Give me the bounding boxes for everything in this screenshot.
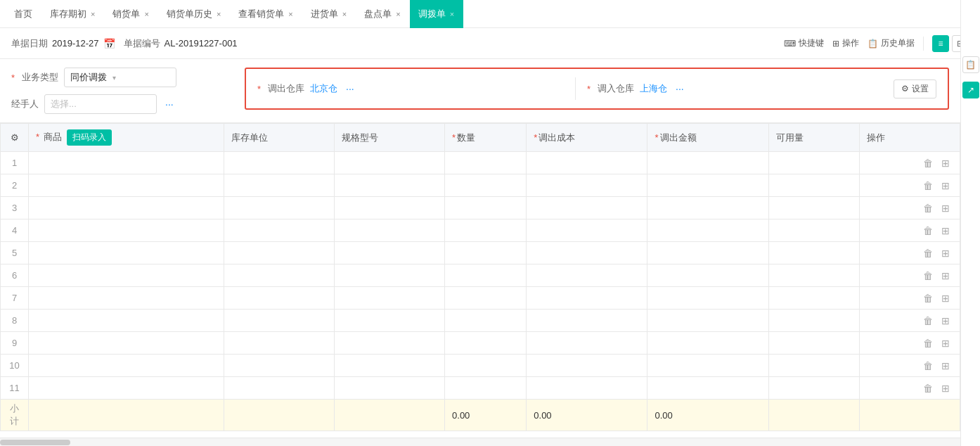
delete-btn-8[interactable]: 🗑 <box>920 314 936 328</box>
delete-btn-2[interactable]: 🗑 <box>920 179 936 193</box>
row-unit-11 <box>224 377 335 400</box>
row-product-1[interactable] <box>29 152 224 174</box>
warehouse-section: * 调出仓库 北京仓 ··· * 调入仓库 上海仓 ··· ⚙ 设置 <box>245 68 949 110</box>
row-product-4[interactable] <box>29 219 224 242</box>
horizontal-scrollbar[interactable] <box>0 438 960 446</box>
tab-close-view-sales[interactable]: × <box>288 10 292 18</box>
delete-btn-1[interactable]: 🗑 <box>920 156 936 170</box>
row-product-9[interactable] <box>29 332 224 355</box>
row-amount-5 <box>647 242 768 265</box>
operator-more-btn[interactable]: ··· <box>162 98 176 110</box>
row-product-2[interactable] <box>29 174 224 197</box>
tab-transfer[interactable]: 调拨单 × <box>410 0 463 28</box>
copy-btn-6[interactable]: ⊞ <box>939 269 953 283</box>
row-cost-7[interactable] <box>527 287 647 310</box>
delete-btn-9[interactable]: 🗑 <box>920 336 936 350</box>
shortcut-action[interactable]: ⌨ 快捷键 <box>784 37 824 49</box>
history-action[interactable]: 📋 历史单据 <box>868 37 915 49</box>
sidebar-export-btn[interactable]: ↗ <box>962 82 979 98</box>
row-qty-4[interactable] <box>445 219 527 242</box>
copy-btn-3[interactable]: ⊞ <box>939 201 953 215</box>
row-product-7[interactable] <box>29 287 224 310</box>
tab-inventory-init[interactable]: 库存期初 × <box>41 0 104 28</box>
row-product-6[interactable] <box>29 265 224 287</box>
tab-close-inventory-check[interactable]: × <box>396 10 400 18</box>
row-action-1: 🗑 ⊞ <box>859 152 960 174</box>
tab-close-sales-history[interactable]: × <box>217 10 221 18</box>
business-type-select[interactable]: 同价调拨 ▾ <box>64 68 176 87</box>
delete-btn-5[interactable]: 🗑 <box>920 246 936 260</box>
in-warehouse-more[interactable]: ··· <box>673 83 687 94</box>
copy-btn-5[interactable]: ⊞ <box>939 246 953 260</box>
operations-action[interactable]: ⊞ 操作 <box>832 37 859 49</box>
tab-sales[interactable]: 销货单 × <box>104 0 157 28</box>
row-qty-5[interactable] <box>445 242 527 265</box>
row-num-4: 4 <box>1 219 29 242</box>
tab-close-transfer[interactable]: × <box>450 10 454 18</box>
row-cost-9[interactable] <box>527 332 647 355</box>
date-field-group: 单据日期 2019-12-27 📅 <box>11 37 115 50</box>
operator-select[interactable]: 选择... <box>44 94 157 114</box>
row-qty-7[interactable] <box>445 287 527 310</box>
row-cost-8[interactable] <box>527 310 647 332</box>
row-qty-1[interactable] <box>445 152 527 174</box>
operator-label: 经手人 <box>11 98 39 110</box>
row-cost-11[interactable] <box>527 377 647 400</box>
copy-btn-9[interactable]: ⊞ <box>939 336 953 350</box>
row-product-5[interactable] <box>29 242 224 265</box>
row-qty-8[interactable] <box>445 310 527 332</box>
copy-btn-10[interactable]: ⊞ <box>939 359 953 373</box>
row-product-10[interactable] <box>29 355 224 377</box>
row-product-8[interactable] <box>29 310 224 332</box>
row-product-11[interactable] <box>29 377 224 400</box>
delete-btn-7[interactable]: 🗑 <box>920 291 936 305</box>
tab-close-inventory-init[interactable]: × <box>91 10 95 18</box>
business-label: 业务类型 <box>22 71 58 84</box>
layout-btn-1[interactable]: ≡ <box>932 35 949 52</box>
copy-btn-1[interactable]: ⊞ <box>939 156 953 170</box>
copy-btn-4[interactable]: ⊞ <box>939 224 953 238</box>
tab-view-sales[interactable]: 查看销货单 × <box>230 0 302 28</box>
row-qty-11[interactable] <box>445 377 527 400</box>
row-cost-10[interactable] <box>527 355 647 377</box>
warehouse-divider <box>575 77 576 100</box>
warehouse-settings-btn[interactable]: ⚙ 设置 <box>894 79 936 98</box>
copy-btn-8[interactable]: ⊞ <box>939 314 953 328</box>
delete-btn-10[interactable]: 🗑 <box>920 359 936 373</box>
tab-sales-history[interactable]: 销货单历史 × <box>158 0 230 28</box>
row-qty-6[interactable] <box>445 265 527 287</box>
row-amount-11 <box>647 377 768 400</box>
delete-btn-11[interactable]: 🗑 <box>920 381 936 395</box>
th-gear[interactable]: ⚙ <box>1 124 29 152</box>
row-amount-9 <box>647 332 768 355</box>
tab-inventory-check[interactable]: 盘点单 × <box>356 0 409 28</box>
out-warehouse-more[interactable]: ··· <box>343 83 357 94</box>
scrollbar-thumb[interactable] <box>0 440 70 445</box>
row-cost-3[interactable] <box>527 197 647 219</box>
row-unit-10 <box>224 355 335 377</box>
copy-btn-11[interactable]: ⊞ <box>939 381 953 395</box>
scan-input-btn[interactable]: 扫码录入 <box>67 129 112 146</box>
tab-home[interactable]: 首页 <box>6 0 41 28</box>
row-cost-4[interactable] <box>527 219 647 242</box>
in-warehouse-required: * <box>587 84 591 94</box>
row-qty-10[interactable] <box>445 355 527 377</box>
copy-btn-2[interactable]: ⊞ <box>939 179 953 193</box>
sidebar-doc-btn[interactable]: 📋 <box>962 56 979 73</box>
calendar-icon[interactable]: 📅 <box>103 38 115 49</box>
copy-btn-7[interactable]: ⊞ <box>939 291 953 305</box>
row-qty-9[interactable] <box>445 332 527 355</box>
row-cost-1[interactable] <box>527 152 647 174</box>
delete-btn-6[interactable]: 🗑 <box>920 269 936 283</box>
tab-close-sales[interactable]: × <box>144 10 148 18</box>
delete-btn-4[interactable]: 🗑 <box>920 224 936 238</box>
row-qty-3[interactable] <box>445 197 527 219</box>
row-cost-2[interactable] <box>527 174 647 197</box>
row-cost-5[interactable] <box>527 242 647 265</box>
row-product-3[interactable] <box>29 197 224 219</box>
row-qty-2[interactable] <box>445 174 527 197</box>
tab-purchase[interactable]: 进货单 × <box>302 0 356 28</box>
row-cost-6[interactable] <box>527 265 647 287</box>
tab-close-purchase[interactable]: × <box>342 10 347 18</box>
delete-btn-3[interactable]: 🗑 <box>920 201 936 215</box>
